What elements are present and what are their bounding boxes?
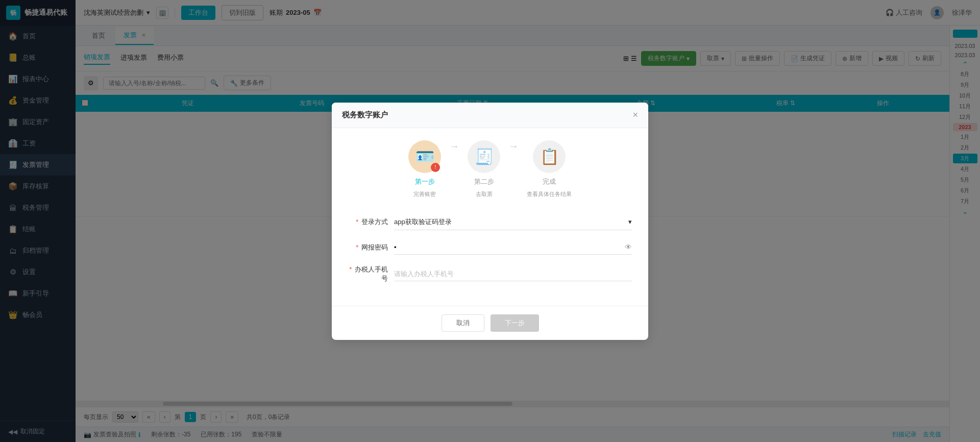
required-asterisk: * [356, 218, 358, 226]
dialog-title: 税务数字账户 [342, 110, 388, 120]
login-method-value: app获取验证码登录 [394, 217, 452, 227]
tax-digital-dialog: 税务数字账户 × 🪪 ! 第一步 完善账密 → [332, 103, 648, 340]
step-2-desc: 去取票 [476, 190, 493, 198]
phone-input[interactable] [394, 267, 632, 281]
phone-label: * 办税人手机号 [348, 265, 394, 283]
password-label: * 网报密码 [348, 243, 394, 252]
step-3-label: 完成 [543, 177, 556, 186]
next-button[interactable]: 下一步 [491, 314, 539, 332]
step-1-desc: 完善账密 [413, 190, 436, 198]
step-3-icon: 📋 [533, 140, 566, 173]
step-2-label: 第二步 [474, 177, 494, 186]
required-asterisk-2: * [356, 243, 358, 251]
dialog-body: 🪪 ! 第一步 完善账密 → 🧾 第二步 去取票 → [332, 128, 648, 306]
chevron-down-icon: ▾ [628, 218, 632, 226]
login-method-label: * 登录方式 [348, 217, 394, 227]
password-control: 👁 [394, 240, 632, 255]
step-1: 🪪 ! 第一步 完善账密 [408, 140, 441, 198]
step-3-desc: 查看具体任务结果 [527, 190, 572, 198]
step-arrow-2: → [500, 140, 527, 167]
login-method-control: app获取验证码登录 ▾ [394, 214, 632, 230]
dialog-header: 税务数字账户 × [332, 103, 648, 128]
phone-group: * 办税人手机号 [348, 265, 632, 283]
clipboard-icon: 📋 [540, 148, 559, 165]
id-card-icon: 🪪 [415, 148, 434, 165]
step-arrow-1: → [441, 140, 468, 167]
dialog-overlay: 税务数字账户 × 🪪 ! 第一步 完善账密 → [0, 0, 980, 442]
login-method-select[interactable]: app获取验证码登录 ▾ [394, 214, 632, 230]
step-2: 🧾 第二步 去取票 [468, 140, 500, 198]
dialog-footer: 取消 下一步 [332, 306, 648, 340]
required-asterisk-3: * [349, 265, 352, 273]
step-1-badge: ! [431, 163, 440, 172]
receipt-icon: 🧾 [475, 148, 494, 165]
cancel-button[interactable]: 取消 [442, 314, 484, 332]
password-input-wrapper: 👁 [394, 240, 632, 255]
login-method-group: * 登录方式 app获取验证码登录 ▾ [348, 214, 632, 230]
eye-toggle-icon[interactable]: 👁 [625, 243, 632, 251]
dialog-close-button[interactable]: × [632, 110, 638, 120]
step-1-label: 第一步 [415, 177, 435, 186]
step-3: 📋 完成 查看具体任务结果 [527, 140, 572, 198]
password-group: * 网报密码 👁 [348, 240, 632, 255]
step-1-icon: 🪪 ! [408, 140, 441, 173]
password-input[interactable] [394, 240, 625, 254]
phone-control [394, 267, 632, 281]
steps-indicator: 🪪 ! 第一步 完善账密 → 🧾 第二步 去取票 → [348, 140, 632, 198]
step-2-icon: 🧾 [468, 140, 500, 173]
